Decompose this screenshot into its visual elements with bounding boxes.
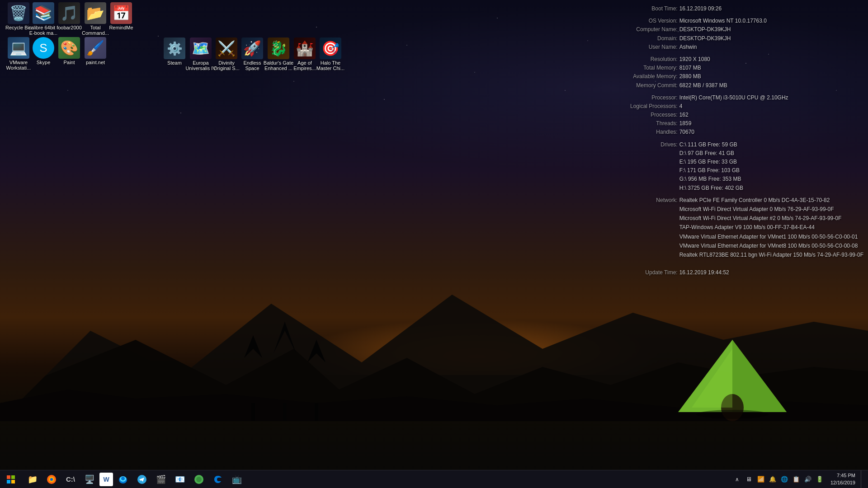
- show-desktop-button[interactable]: [861, 470, 864, 488]
- halo-icon: 🎯: [320, 38, 341, 59]
- clock-time: 7:45 PM: [830, 472, 855, 479]
- os-version-label: OS Version:: [619, 17, 678, 25]
- network-5-value: VMware Virtual Ethernet Adapter for VMne…: [679, 233, 863, 241]
- desktop-icon-remindme[interactable]: 📅 RemindMe: [105, 2, 137, 30]
- halo-label: Halo The Master Chi...: [314, 60, 347, 71]
- network-3-value: Microsoft Wi-Fi Direct Virtual Adapter #…: [679, 214, 863, 223]
- svg-rect-17: [11, 480, 15, 483]
- tray-wifi-icon[interactable]: 📶: [755, 470, 766, 488]
- user-name-label: User Name:: [619, 43, 678, 52]
- memory-commit-value: 6822 MB / 9387 MB: [679, 81, 727, 90]
- clock-date: 12/16/2019: [830, 479, 855, 486]
- tray-app1-icon[interactable]: 🌐: [779, 470, 790, 488]
- remindme-icon: 📅: [110, 2, 132, 24]
- total-memory-label: Total Memory:: [619, 64, 678, 72]
- taskbar-file-explorer[interactable]: 📁: [24, 471, 42, 488]
- taskbar-browser[interactable]: [190, 471, 208, 488]
- tree-silhouettes: [217, 322, 353, 421]
- network-2-value: Microsoft Wi-Fi Direct Virtual Adapter 0…: [679, 205, 863, 214]
- desktop-icon-paintnet[interactable]: 🖌️ paint.net: [79, 37, 112, 65]
- svg-rect-14: [7, 475, 10, 479]
- start-button[interactable]: [0, 470, 22, 488]
- edge-new-icon: [118, 474, 128, 484]
- foobar-icon: 🎵: [58, 2, 80, 24]
- processes-value: 162: [679, 111, 689, 119]
- paintnet-label: paint.net: [86, 60, 105, 65]
- remindme-label: RemindMe: [109, 25, 133, 30]
- recycle-bin-icon: 🗑️: [8, 2, 29, 24]
- taskbar-outlook[interactable]: 📧: [171, 471, 189, 488]
- drive-h-value: H:\ 3725 GB Free: 402 GB: [679, 184, 743, 192]
- available-memory-value: 2880 MB: [679, 72, 701, 81]
- drives-label-h: [619, 184, 678, 192]
- drive-e-value: E:\ 195 GB Free: 33 GB: [679, 158, 737, 166]
- divinity-icon: ⚔️: [216, 38, 237, 59]
- steam-label: Steam: [167, 60, 182, 66]
- available-memory-label: Available Memory:: [619, 72, 678, 81]
- taskbar-app11[interactable]: 📺: [228, 471, 246, 488]
- tray-network-icon[interactable]: 🖥: [744, 470, 755, 488]
- calibre-icon: 📚: [33, 2, 54, 24]
- taskbar-cmd[interactable]: C:\: [61, 471, 80, 488]
- svg-point-23: [121, 477, 125, 480]
- tray-battery-icon[interactable]: 🔋: [814, 470, 825, 488]
- taskbar: 📁 C:\ 🖥️ W: [0, 470, 868, 488]
- svg-rect-4: [251, 403, 255, 421]
- user-name-value: Ashwin: [679, 43, 697, 52]
- skype-label: Skype: [37, 60, 51, 65]
- svg-rect-6: [283, 403, 287, 421]
- taskbar-telegram[interactable]: [133, 471, 151, 488]
- drive-c-value: C:\ 111 GB Free: 59 GB: [679, 141, 737, 149]
- clock[interactable]: 7:45 PM 12/16/2019: [827, 472, 859, 486]
- taskbar-edge-new[interactable]: [114, 471, 132, 488]
- drive-g-value: G:\ 956 MB Free: 353 MB: [679, 175, 741, 183]
- taskbar-firefox[interactable]: [42, 471, 61, 488]
- tray-app2-icon[interactable]: 📋: [791, 470, 802, 488]
- handles-value: 70670: [679, 128, 694, 136]
- tray-expand[interactable]: ∧: [732, 470, 743, 488]
- tent: [669, 331, 796, 421]
- tray-volume-icon[interactable]: 🔊: [802, 470, 813, 488]
- taskbar-right: ∧ 🖥 📶 🔔 🌐 📋 🔊 🔋 7:45 PM 12/16/2019: [732, 470, 868, 488]
- desktop-icon-halo[interactable]: 🎯 Halo The Master Chi...: [314, 38, 347, 71]
- processor-value: Intel(R) Core(TM) i3-5010U CPU @ 2.10GHz: [679, 94, 788, 102]
- svg-marker-12: [692, 349, 732, 408]
- paint-icon: 🎨: [58, 37, 80, 59]
- drive-f-value: F:\ 171 GB Free: 103 GB: [679, 166, 740, 175]
- taskbar-word[interactable]: W: [99, 473, 113, 486]
- browser-icon: [194, 474, 204, 484]
- handles-label: Handles:: [619, 128, 678, 136]
- network-4-value: TAP-Windows Adapter V9 100 Mb/s 00-FF-37…: [679, 223, 863, 232]
- network-7-value: Realtek RTL8723BE 802.11 bgn Wi-Fi Adapt…: [679, 251, 863, 259]
- europa-icon: 🗺️: [190, 38, 212, 59]
- steam-icon: ⚙️: [164, 38, 185, 59]
- svg-rect-15: [11, 475, 15, 479]
- tray-notification-icon[interactable]: 🔔: [767, 470, 778, 488]
- resolution-value: 1920 X 1080: [679, 55, 710, 64]
- processes-label: Processes:: [619, 111, 678, 119]
- total-commander-icon: 📂: [85, 2, 106, 24]
- taskbar-app4[interactable]: 🖥️: [80, 471, 99, 488]
- endless-space-icon: 🚀: [241, 38, 263, 59]
- edge-icon: [213, 474, 223, 484]
- desktop: 🗑️ Recycle Bin 📚 calibre 64bit - E-book …: [0, 0, 868, 488]
- threads-label: Threads:: [619, 119, 678, 128]
- os-version-value: Microsoft Windows NT 10.0.17763.0: [679, 17, 767, 25]
- telegram-icon: [137, 474, 147, 484]
- drives-label-d: [619, 149, 678, 158]
- processor-label: Processor:: [619, 94, 678, 102]
- drives-label-g: [619, 175, 678, 183]
- total-memory-value: 8107 MB: [679, 64, 701, 72]
- drives-label-e: [619, 158, 678, 166]
- taskbar-edge[interactable]: [209, 471, 227, 488]
- boot-time-label: Boot Time:: [619, 5, 678, 13]
- svg-point-20: [50, 478, 53, 481]
- boot-time-value: 16.12.2019 09:26: [679, 5, 722, 13]
- computer-name-value: DESKTOP-DK39KJH: [679, 25, 731, 34]
- taskbar-app7[interactable]: 🎬: [152, 471, 170, 488]
- paint-label: Paint: [63, 60, 75, 65]
- svg-point-27: [196, 477, 202, 482]
- drives-label: Drives:: [619, 141, 678, 149]
- network-6-value: VMware Virtual Ethernet Adapter for VMne…: [679, 242, 863, 250]
- firefox-icon: [47, 474, 57, 484]
